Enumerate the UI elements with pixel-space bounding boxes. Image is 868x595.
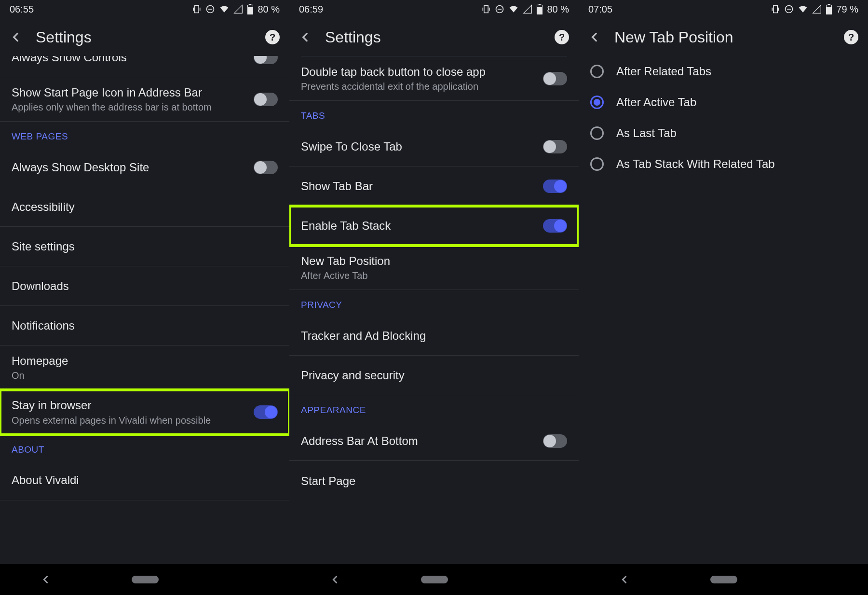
nav-home-pill[interactable] <box>421 576 448 583</box>
toggle-swipe-close-tab[interactable] <box>543 140 567 153</box>
row-swipe-close-tab[interactable]: Swipe To Close Tab <box>289 127 579 166</box>
label-stay-in-browser: Stay in browser <box>12 398 246 413</box>
settings-list[interactable]: Always Show Controls Show Start Page Ico… <box>0 56 289 564</box>
screen-new-tab-position: 07:05 79 % New Tab Position ? After Rela… <box>579 0 868 595</box>
status-icons: 79 % <box>771 4 858 15</box>
radio-icon <box>590 96 604 109</box>
row-desktop-site[interactable]: Always Show Desktop Site <box>0 148 289 187</box>
row-enable-tab-stack[interactable]: Enable Tab Stack <box>289 206 579 246</box>
label-notifications: Notifications <box>12 318 270 333</box>
row-privacy-security[interactable]: Privacy and security <box>289 356 579 395</box>
label-tracker-blocking: Tracker and Ad Blocking <box>301 328 559 343</box>
help-button[interactable]: ? <box>844 30 858 44</box>
sub-show-start-icon: Applies only when the address bar is at … <box>12 101 246 113</box>
svg-rect-10 <box>828 4 830 5</box>
nav-back-button[interactable] <box>41 574 51 585</box>
help-button[interactable]: ? <box>555 30 569 44</box>
section-privacy: PRIVACY <box>289 290 579 316</box>
row-about-vivaldi[interactable]: About Vivaldi <box>0 461 289 500</box>
toggle-always-show-controls[interactable] <box>254 56 278 64</box>
row-new-tab-position[interactable]: New Tab Position After Active Tab <box>289 246 579 290</box>
status-icons: 80 % <box>481 4 569 15</box>
label-homepage: Homepage <box>12 353 270 368</box>
row-show-tab-bar[interactable]: Show Tab Bar <box>289 166 579 206</box>
label-start-page: Start Page <box>301 473 559 488</box>
status-bar: 07:05 79 % <box>579 0 868 18</box>
label-show-tab-bar: Show Tab Bar <box>301 179 535 194</box>
vibrate-icon <box>481 4 491 14</box>
row-accessibility[interactable]: Accessibility <box>0 187 289 227</box>
radio-label: After Active Tab <box>616 96 696 109</box>
nav-home-pill[interactable] <box>132 576 159 583</box>
svg-rect-3 <box>248 7 253 14</box>
label-accessibility: Accessibility <box>12 199 270 214</box>
back-button[interactable] <box>299 31 312 43</box>
radio-after-active-tab[interactable]: After Active Tab <box>579 87 868 118</box>
row-address-bar-bottom[interactable]: Address Bar At Bottom <box>289 421 579 461</box>
label-desktop-site: Always Show Desktop Site <box>12 160 246 175</box>
toggle-enable-tab-stack[interactable] <box>543 219 567 233</box>
back-button[interactable] <box>10 31 22 43</box>
label-downloads: Downloads <box>12 278 270 293</box>
svg-rect-7 <box>537 7 542 14</box>
battery-percent: 80 % <box>547 4 569 15</box>
sub-stay-in-browser: Opens external pages in Vivaldi when pos… <box>12 414 246 427</box>
nav-back-button[interactable] <box>330 574 340 585</box>
row-show-start-icon[interactable]: Show Start Page Icon in Address Bar Appl… <box>0 77 289 122</box>
radio-icon <box>590 157 604 171</box>
section-appearance: APPEARANCE <box>289 395 579 421</box>
dnd-icon <box>784 4 794 14</box>
chevron-left-icon <box>299 31 312 43</box>
help-button[interactable]: ? <box>265 30 280 44</box>
back-button[interactable] <box>588 31 601 43</box>
toggle-show-start-icon[interactable] <box>254 93 278 106</box>
svg-rect-6 <box>539 4 541 5</box>
nav-back-button[interactable] <box>619 574 630 585</box>
radio-as-tab-stack[interactable]: As Tab Stack With Related Tab <box>579 149 868 180</box>
radio-as-last-tab[interactable]: As Last Tab <box>579 118 868 149</box>
dnd-icon <box>205 4 215 14</box>
status-bar: 06:59 80 % <box>289 0 579 18</box>
chevron-left-icon <box>10 31 22 43</box>
label-address-bar-bottom: Address Bar At Bottom <box>301 433 535 448</box>
row-always-show-controls[interactable]: Always Show Controls <box>0 56 289 77</box>
label-new-tab-position: New Tab Position <box>301 253 559 268</box>
nav-home-pill[interactable] <box>710 576 737 583</box>
settings-list[interactable]: Double tap back button to close app Prev… <box>289 56 579 564</box>
radio-icon <box>590 65 604 78</box>
status-icons: 80 % <box>192 4 280 15</box>
status-time: 06:55 <box>10 4 34 15</box>
app-bar: New Tab Position ? <box>579 18 868 56</box>
battery-icon <box>826 4 832 14</box>
radio-label: As Last Tab <box>616 126 677 140</box>
toggle-show-tab-bar[interactable] <box>543 180 567 193</box>
label-enable-tab-stack: Enable Tab Stack <box>301 218 535 233</box>
toggle-double-tap-back[interactable] <box>543 72 567 85</box>
wifi-icon <box>798 4 808 14</box>
toggle-address-bar-bottom[interactable] <box>543 434 567 448</box>
chevron-left-icon <box>330 574 340 585</box>
radio-label: As Tab Stack With Related Tab <box>616 157 775 171</box>
toggle-desktop-site[interactable] <box>254 161 278 174</box>
toggle-stay-in-browser[interactable] <box>254 405 278 419</box>
row-double-tap-back[interactable]: Double tap back button to close app Prev… <box>289 56 579 101</box>
section-about: ABOUT <box>0 435 289 461</box>
screen-settings-2: 06:59 80 % Settings ? Double tap back bu… <box>289 0 579 595</box>
sub-homepage: On <box>12 369 270 382</box>
nav-bar <box>289 564 579 595</box>
battery-percent: 80 % <box>258 4 280 15</box>
chevron-left-icon <box>619 574 630 585</box>
row-tracker-blocking[interactable]: Tracker and Ad Blocking <box>289 316 579 356</box>
page-title: Settings <box>325 28 541 46</box>
page-title: Settings <box>36 28 252 46</box>
row-site-settings[interactable]: Site settings <box>0 227 289 266</box>
signal-icon <box>523 4 532 14</box>
row-homepage[interactable]: Homepage On <box>0 346 289 390</box>
radio-after-related-tabs[interactable]: After Related Tabs <box>579 56 868 87</box>
row-stay-in-browser[interactable]: Stay in browser Opens external pages in … <box>0 390 289 434</box>
row-start-page[interactable]: Start Page <box>289 461 579 500</box>
row-notifications[interactable]: Notifications <box>0 306 289 346</box>
row-downloads[interactable]: Downloads <box>0 266 289 306</box>
battery-percent: 79 % <box>836 4 858 15</box>
page-title: New Tab Position <box>614 28 830 46</box>
